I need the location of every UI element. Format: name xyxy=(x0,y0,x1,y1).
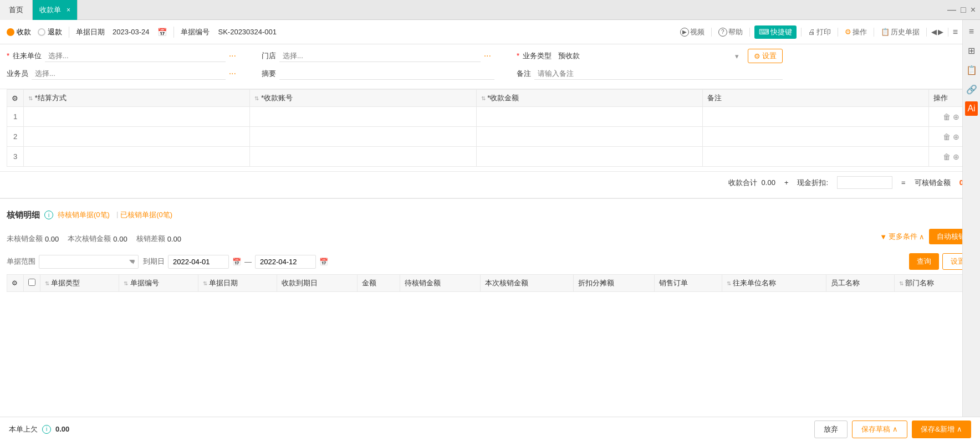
account-num-input-2[interactable] xyxy=(250,127,476,146)
bottom-label-text: 本单上欠 xyxy=(9,425,38,433)
stat-current: 本次核销金额 0.00 xyxy=(68,234,127,244)
save-new-btn[interactable]: 保存&新增 ∧ xyxy=(912,421,971,438)
window-minimize-btn[interactable]: — xyxy=(947,5,956,15)
save-draft-btn[interactable]: 保存草稿 ∧ xyxy=(852,421,907,438)
sidebar-icon-ai[interactable]: Ai xyxy=(965,101,977,116)
query-btn[interactable]: 查询 xyxy=(909,253,939,270)
tab-close-icon[interactable]: × xyxy=(67,6,70,14)
history-btn[interactable]: 📋 历史单据 xyxy=(879,26,922,38)
remark-input-1[interactable] xyxy=(703,107,928,126)
sidebar-icon-clipboard[interactable]: 📋 xyxy=(964,63,979,78)
remark-1[interactable] xyxy=(702,107,928,127)
video-btn[interactable]: ▶ 视频 xyxy=(678,26,707,38)
unverified-label: 未核销金额 xyxy=(7,234,43,244)
table-gear-col[interactable]: ⚙ xyxy=(7,90,24,107)
account-num-input-1[interactable] xyxy=(250,107,476,126)
verify-checkbox-col xyxy=(24,275,40,292)
salesperson-input[interactable] xyxy=(32,68,226,80)
counterparty-more-btn[interactable]: ··· xyxy=(226,51,239,61)
calendar-icon[interactable]: 📅 xyxy=(157,28,167,37)
account-num-1[interactable] xyxy=(250,107,476,127)
delete-icon-1[interactable]: 🗑 xyxy=(943,112,951,121)
cash-discount-input[interactable] xyxy=(837,176,892,189)
verify-info-icon[interactable]: i xyxy=(44,211,53,219)
verify-gear-col[interactable]: ⚙ xyxy=(7,275,24,292)
salesperson-more-btn[interactable]: ··· xyxy=(226,69,239,79)
amount-input-1[interactable] xyxy=(477,107,702,126)
remark-input[interactable] xyxy=(534,68,783,80)
tab-receipt-label: 收款单 xyxy=(39,5,61,15)
layout-icon-1[interactable]: ≡ xyxy=(953,27,958,37)
business-type-chevron[interactable]: ▾ xyxy=(735,52,739,60)
delete-icon-2[interactable]: 🗑 xyxy=(943,132,951,141)
account-num-input-3[interactable] xyxy=(250,147,476,166)
account-num-3[interactable] xyxy=(250,147,476,167)
sidebar-icon-grid[interactable]: ⊞ xyxy=(966,43,977,58)
window-maximize-btn[interactable]: □ xyxy=(961,5,966,15)
video-icon: ▶ xyxy=(680,28,689,37)
th-pending-amount: 待核销金额 xyxy=(400,275,480,292)
bottom-info-icon[interactable]: i xyxy=(42,425,51,434)
tab-done[interactable]: 已核销单据(0笔) xyxy=(120,210,177,220)
remark-input-3[interactable] xyxy=(703,147,928,166)
remark-2[interactable] xyxy=(702,127,928,147)
store-more-btn[interactable]: ··· xyxy=(481,51,494,61)
settle-method-3[interactable] xyxy=(24,147,250,167)
history-label: 历史单据 xyxy=(891,27,920,37)
verify-select-all[interactable] xyxy=(28,279,35,286)
settle-method-input-1[interactable] xyxy=(24,107,249,126)
delete-icon-3[interactable]: 🗑 xyxy=(943,152,951,161)
tab-pending[interactable]: 待核销单据(0笔) xyxy=(58,210,114,220)
settle-method-input-2[interactable] xyxy=(24,127,249,146)
remark-input-2[interactable] xyxy=(703,127,928,146)
sidebar-icon-table[interactable]: ≡ xyxy=(967,24,976,39)
radio-receive[interactable]: 收款 xyxy=(7,27,31,37)
operation-btn[interactable]: ⚙ 操作 xyxy=(843,26,869,38)
amount-2[interactable] xyxy=(476,127,702,147)
settle-method-2[interactable] xyxy=(24,127,250,147)
print-btn[interactable]: 🖨 打印 xyxy=(806,26,833,38)
help-btn[interactable]: ? 帮助 xyxy=(716,26,745,38)
sidebar-icon-link[interactable]: 🔗 xyxy=(964,82,979,97)
abandon-btn[interactable]: 放弃 xyxy=(814,421,848,438)
tab-divider: | xyxy=(116,210,118,220)
amount-input-2[interactable] xyxy=(477,127,702,146)
settle-method-input-3[interactable] xyxy=(24,147,249,166)
shortcut-btn[interactable]: ⌨ 快捷键 xyxy=(754,25,797,39)
th-due-date-label: 收款到期日 xyxy=(282,279,318,287)
date-to-input[interactable] xyxy=(255,255,316,269)
nav-arrows: ◀ ▶ xyxy=(931,28,943,36)
summary-input[interactable] xyxy=(279,68,494,80)
num-value: SK-20230324-001 xyxy=(218,28,277,36)
tab-home[interactable]: 首页 xyxy=(0,0,33,20)
nav-next-icon[interactable]: ▶ xyxy=(938,28,943,36)
more-conditions-btn[interactable]: ▼ 更多条件 ∧ xyxy=(880,232,925,242)
counterparty-input[interactable] xyxy=(45,50,226,62)
tab-receipt[interactable]: 收款单 × xyxy=(33,0,78,20)
settle-method-1[interactable] xyxy=(24,107,250,127)
th-employee-label: 员工名称 xyxy=(831,279,860,287)
calendar-from-icon[interactable]: 📅 xyxy=(232,258,241,266)
range-select[interactable] xyxy=(39,255,139,269)
amount-1[interactable] xyxy=(476,107,702,127)
settings-btn[interactable]: ⚙ 设置 xyxy=(748,49,783,63)
amount-input-3[interactable] xyxy=(477,147,702,166)
chevron-up-icon: ∧ xyxy=(919,233,925,241)
divider-3 xyxy=(711,28,712,37)
unverified-val: 0.00 xyxy=(45,235,59,243)
th-discount-label: 折扣分摊额 xyxy=(578,279,614,287)
date-from-input[interactable] xyxy=(168,255,229,269)
copy-icon-2[interactable]: ⊕ xyxy=(953,132,959,141)
copy-icon-3[interactable]: ⊕ xyxy=(953,152,959,161)
nav-prev-icon[interactable]: ◀ xyxy=(931,28,937,36)
amount-3[interactable] xyxy=(476,147,702,167)
calendar-to-icon[interactable]: 📅 xyxy=(319,258,328,266)
salesperson-field: 业务员 ··· xyxy=(7,68,239,80)
account-num-2[interactable] xyxy=(250,127,476,147)
radio-refund[interactable]: 退款 xyxy=(38,27,62,37)
store-input[interactable] xyxy=(279,50,481,62)
th-doc-type-label: 单据类型 xyxy=(51,279,80,287)
copy-icon-1[interactable]: ⊕ xyxy=(953,112,959,121)
remark-3[interactable] xyxy=(702,147,928,167)
window-close-btn[interactable]: × xyxy=(971,5,976,15)
